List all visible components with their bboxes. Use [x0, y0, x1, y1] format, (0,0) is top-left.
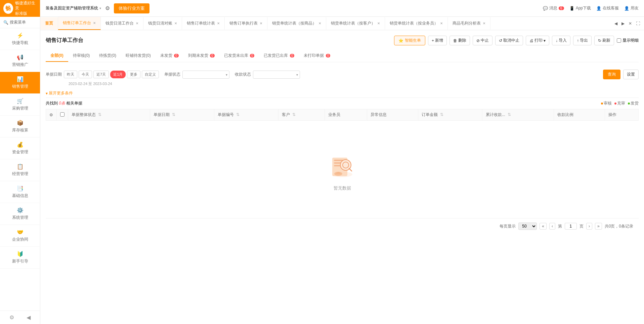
tab-sales-summary-product[interactable]: 销货单统计表（按商品） ✕ [267, 17, 326, 30]
sort-amount-icon[interactable]: ⇅ [440, 112, 443, 117]
tabbar-next-btn[interactable]: ▶ [620, 20, 626, 27]
date-btn-1month[interactable]: 近1月 [110, 71, 126, 78]
stop-btn[interactable]: ⊘ 中止 [473, 36, 492, 45]
app-download-btn[interactable]: 📱 App下载 [569, 5, 591, 11]
sidebar-item-quick-nav[interactable]: ⚡ 快捷导航 [0, 28, 40, 50]
select-all-checkbox[interactable] [60, 112, 65, 117]
sidebar-settings-btn[interactable]: ⚙ [9, 314, 14, 321]
tabbar-maximize-btn[interactable]: ⛶ [635, 20, 641, 27]
filter-tab-shipped-out[interactable]: 已发货已出库 0 [259, 50, 299, 62]
system-title-dropdown[interactable]: 装备及固定资产辅助管理系统 ▾ [46, 5, 101, 11]
sales-icon: 📊 [17, 76, 24, 82]
tab-sales-exec[interactable]: 销售订单执行表 ✕ [225, 17, 267, 30]
online-service-btn[interactable]: 👤 在线客服 [596, 5, 619, 11]
settings-btn[interactable]: 设置 [623, 70, 639, 79]
not-printed-badge: 0 [326, 54, 331, 57]
trial-btn[interactable]: 体验行业方案 [114, 3, 149, 13]
tab-sales-summary-staff[interactable]: 销货单统计表（按业务员） ✕ [385, 17, 448, 30]
last-page-btn[interactable]: » [595, 223, 602, 230]
smart-generate-btn[interactable]: ⭐ 智能生单 [394, 36, 425, 45]
sidebar-item-enterprise[interactable]: 🤝 企业协同 [0, 225, 40, 247]
cancel-stop-btn[interactable]: ↺ 取消中止 [495, 36, 523, 45]
sort-status-icon[interactable]: ⇅ [98, 112, 101, 117]
table-gear-col[interactable]: ⚙ [46, 109, 57, 121]
sort-number-icon[interactable]: ⇅ [236, 112, 240, 117]
tabbar-prev-btn[interactable]: ◀ [613, 20, 619, 27]
sort-collected-icon[interactable]: ⇅ [508, 112, 511, 117]
tab-close-sales-workbench[interactable]: ✕ [93, 21, 96, 25]
filter-tab-not-shipped[interactable]: 未发货 0 [156, 50, 183, 62]
date-btn-today[interactable]: 今天 [79, 71, 92, 78]
sidebar-item-basic-info[interactable]: 📑 基础信息 [0, 181, 40, 203]
sidebar-search[interactable]: 🔍 搜索菜单 [0, 17, 40, 28]
filter-tab-overdue-not-shipped[interactable]: 到期未发货 0 [183, 50, 219, 62]
query-btn[interactable]: 查询 [603, 70, 620, 79]
guide-icon: 🔰 [17, 251, 24, 257]
cancel-review-btn[interactable]: 充审 [614, 100, 625, 106]
sort-date-icon[interactable]: ⇅ [172, 112, 175, 117]
print-btn[interactable]: 🖨 打印 ▾ [526, 36, 549, 45]
per-page-select[interactable]: 50 10 20 100 [518, 222, 537, 230]
filter-tab-all[interactable]: 全部(0) [46, 50, 68, 62]
prev-page-btn[interactable]: ‹ [549, 223, 555, 230]
first-page-btn[interactable]: « [540, 223, 547, 230]
user-menu-btn[interactable]: 👤 用友 [624, 5, 639, 11]
sidebar-item-inventory[interactable]: 📦 库存核算 [0, 116, 40, 137]
next-page-btn[interactable]: › [586, 223, 592, 230]
tab-close-sales-exec[interactable]: ✕ [260, 22, 262, 25]
tab-close-cash-daily[interactable]: ✕ [136, 22, 138, 25]
show-detail-checkbox-label[interactable]: 显示明细 [617, 38, 639, 43]
sidebar: 畅 畅捷通好生意 标准版 🔍 搜索菜单 ⚡ 快捷导航 📢 营销推广 📊 销售管理… [0, 0, 40, 324]
col-date: 单据日期 ⇅ [150, 109, 214, 121]
date-btn-7days[interactable]: 近7天 [93, 71, 109, 78]
add-btn[interactable]: + 新增 [428, 36, 447, 45]
filter-tab-pending-review[interactable]: 待审核(0) [68, 50, 95, 62]
tab-sales-summary-customer[interactable]: 销货单统计表（按客户） ✕ [326, 17, 385, 30]
status-select[interactable] [182, 71, 229, 79]
message-btn[interactable]: 💬 消息 6 [543, 5, 564, 11]
sidebar-item-purchase[interactable]: 🛒 采购管理 [0, 94, 40, 116]
import-btn[interactable]: ↓ 导入 [552, 36, 570, 45]
page-input[interactable] [565, 223, 577, 230]
tab-cash-reconcile[interactable]: 钱货日清对账 ✕ [143, 17, 182, 30]
sidebar-item-finance[interactable]: 💰 资金管理 [0, 137, 40, 159]
filter-tab-not-printed[interactable]: 未打印单据 0 [299, 50, 335, 62]
expand-conditions-btn[interactable]: ▾ 展开更多条件 [46, 90, 639, 96]
tab-sales-workbench[interactable]: 销售订单工作台 ✕ [58, 17, 101, 30]
tab-home[interactable]: 首页 [40, 17, 58, 30]
tab-close-sales-summary-customer[interactable]: ✕ [377, 22, 380, 25]
review-btn[interactable]: 审核 [601, 100, 612, 106]
ship-btn[interactable]: 发货 [628, 100, 639, 106]
sidebar-item-guide[interactable]: 🔰 新手引导 [0, 247, 40, 269]
date-btn-more[interactable]: 更多 [127, 71, 140, 78]
tab-cash-daily[interactable]: 钱货日清工作台 ✕ [101, 17, 143, 30]
tab-product-margin[interactable]: 商品毛利分析表 ✕ [448, 17, 490, 30]
date-btn-custom[interactable]: 自定义 [142, 71, 159, 78]
tab-close-sales-summary-product[interactable]: ✕ [318, 22, 321, 25]
sidebar-item-operations[interactable]: 📋 经营管理 [0, 159, 40, 181]
tab-close-sales-stats[interactable]: ✕ [217, 22, 220, 25]
topbar-settings-icon[interactable]: ⚙ [105, 5, 110, 11]
col-status: 单据整体状态 ⇅ [68, 109, 150, 121]
show-detail-checkbox[interactable] [617, 38, 621, 43]
sidebar-item-marketing[interactable]: 📢 营销推广 [0, 50, 40, 72]
tab-sales-stats[interactable]: 销售订单统计表 ✕ [182, 17, 225, 30]
filter-tab-pending-inspect[interactable]: 待拣货(0) [94, 50, 121, 62]
refresh-btn[interactable]: ↻ 刷新 [594, 36, 614, 45]
sort-customer-icon[interactable]: ⇅ [292, 112, 296, 117]
export-btn[interactable]: ↑ 导出 [573, 36, 592, 45]
payment-filter-item: 收款状态 [235, 71, 300, 79]
tabbar-close-all-btn[interactable]: ✕ [627, 20, 633, 27]
tab-close-sales-summary-staff[interactable]: ✕ [440, 22, 443, 25]
sidebar-item-sales[interactable]: 📊 销售管理 [0, 72, 40, 94]
delete-btn[interactable]: 🗑 删除 [449, 36, 470, 45]
payment-select[interactable] [253, 71, 300, 79]
sidebar-item-system[interactable]: ⚙️ 系统管理 [0, 203, 40, 225]
filter-tab-shipped-not-out[interactable]: 已发货未出库 0 [219, 50, 259, 62]
filter-tab-wangpu[interactable]: 旺铺待发货(0) [121, 50, 156, 62]
sidebar-collapse-btn[interactable]: ◀ [27, 314, 31, 321]
tab-close-product-margin[interactable]: ✕ [483, 22, 485, 25]
refresh-icon: ↻ [598, 38, 601, 43]
date-btn-yesterday[interactable]: 昨天 [64, 71, 77, 78]
tab-close-cash-reconcile[interactable]: ✕ [174, 22, 177, 25]
